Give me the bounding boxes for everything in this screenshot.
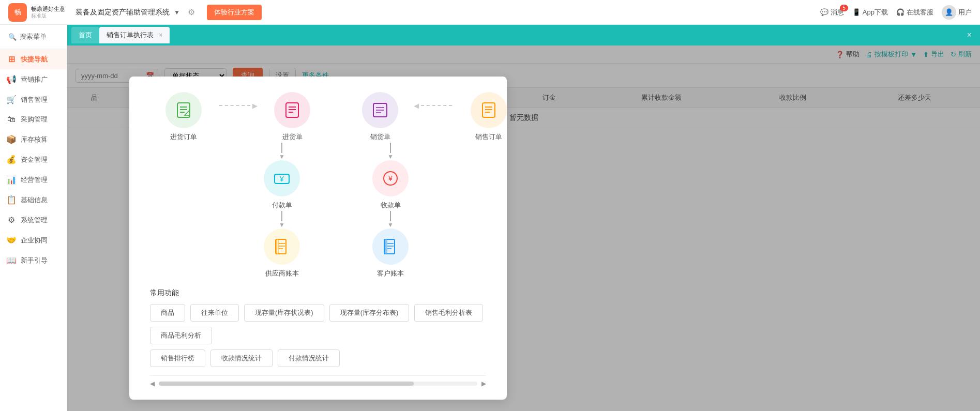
user-menu[interactable]: 👤 用户 xyxy=(942,5,972,20)
headset-icon: 🎧 xyxy=(896,8,904,16)
logo-text: 畅康通好生意 标准版 xyxy=(31,5,65,19)
system-icon: ⚙ xyxy=(6,215,17,225)
tab-close-btn[interactable]: × xyxy=(159,32,162,39)
sidebar-item-finance[interactable]: 💰 资金管理 xyxy=(0,149,67,170)
common-buttons: 商品 往来单位 现存量(库存状况表) 现存量(库存分布表) 销售毛利分析表 商品… xyxy=(150,304,486,344)
purchase-icon: 🛍 xyxy=(6,115,17,124)
flow-item-purchase-bill[interactable]: 进货单 xyxy=(259,92,326,142)
system-title: 装备及固定资产辅助管理系统 ▼ ⚙ 体验行业方案 xyxy=(76,5,820,20)
finance-icon: 💰 xyxy=(6,155,17,164)
flow-item-sales-order[interactable]: 销售订单 xyxy=(455,92,522,142)
operations-icon: 📊 xyxy=(6,175,17,185)
sidebar-item-marketing[interactable]: 📢 营销推广 xyxy=(0,69,67,89)
common-btn-product[interactable]: 商品 xyxy=(150,304,185,322)
top-bar: 畅 畅康通好生意 标准版 装备及固定资产辅助管理系统 ▼ ⚙ 体验行业方案 💬 … xyxy=(0,0,980,25)
payment-bill-circle: ¥ xyxy=(264,160,300,196)
receipt-bill-label: 收款单 xyxy=(381,201,401,210)
common-btn-product-margin[interactable]: 商品毛利分析 xyxy=(150,327,212,344)
scroll-track xyxy=(159,382,477,386)
corp-icon: 🤝 xyxy=(6,235,17,245)
app-download-btn[interactable]: 📱 App下载 xyxy=(852,8,888,17)
common-buttons-row2: 销售排行榜 收款情况统计 付款情况统计 xyxy=(150,349,486,367)
tab-bar-close-all[interactable]: × xyxy=(963,31,976,40)
guide-icon: 📖 xyxy=(6,255,17,265)
settings-icon-btn[interactable]: ⚙ xyxy=(184,5,199,20)
payment-bill-label: 付款单 xyxy=(272,201,292,210)
sidebar-item-corp[interactable]: 🤝 企业协同 xyxy=(0,230,67,250)
trial-btn[interactable]: 体验行业方案 xyxy=(207,5,262,20)
common-btn-sales-margin[interactable]: 销售毛利分析表 xyxy=(414,304,483,322)
message-badge: 5 xyxy=(840,5,848,11)
online-service-btn[interactable]: 🎧 在线客服 xyxy=(896,8,933,17)
customer-ledger-circle xyxy=(372,229,409,265)
tab-bar: 首页 销售订单执行表 × × xyxy=(67,25,980,45)
sidebar-item-quick-nav[interactable]: ⊞ 快捷导航 xyxy=(0,49,67,69)
common-btn-stock-dist[interactable]: 现存量(库存分布表) xyxy=(329,304,410,322)
customer-ledger-label: 客户账本 xyxy=(377,269,404,278)
purchase-bill-label: 进货单 xyxy=(282,132,303,142)
sidebar-item-sales[interactable]: 🛒 销售管理 xyxy=(0,89,67,110)
flow-item-receipt-bill[interactable]: ¥ 收款单 xyxy=(357,160,424,210)
flow-item-customer-ledger[interactable]: 客户账本 xyxy=(357,229,424,278)
scroll-thumb xyxy=(159,382,414,386)
common-btn-receipt-stats[interactable]: 收款情况统计 xyxy=(210,349,273,367)
quick-nav-icon: ⊞ xyxy=(6,54,17,64)
message-icon: 💬 xyxy=(820,8,828,16)
purchase-order-label: 进货订单 xyxy=(170,132,197,142)
common-btn-stock-status[interactable]: 现存量(库存状况表) xyxy=(244,304,324,322)
top-right: 💬 消息 5 📱 App下载 🎧 在线客服 👤 用户 xyxy=(820,5,972,20)
sales-icon: 🛒 xyxy=(6,95,17,104)
svg-text:¥: ¥ xyxy=(388,174,393,182)
sidebar-search: 🔍 搜索菜单 xyxy=(0,25,67,49)
inventory-icon: 📦 xyxy=(6,134,17,144)
tab-home[interactable]: 首页 xyxy=(71,27,99,43)
supplier-ledger-circle xyxy=(264,229,300,265)
popup-scrollbar: ◀ ▶ xyxy=(150,375,486,387)
sidebar-item-basic[interactable]: 📋 基础信息 xyxy=(0,190,67,210)
search-menu-btn[interactable]: 🔍 搜索菜单 xyxy=(4,30,63,43)
common-btn-sales-ranking[interactable]: 销售排行榜 xyxy=(150,349,205,367)
basic-icon: 📋 xyxy=(6,195,17,205)
arrow-purchase-order-to-bill: ▶ xyxy=(217,102,259,121)
system-name: 装备及固定资产辅助管理系统 xyxy=(76,8,170,17)
tab-sales-order[interactable]: 销售订单执行表 × xyxy=(99,27,170,43)
svg-rect-21 xyxy=(277,239,278,254)
sidebar-item-guide[interactable]: 📖 新手引导 xyxy=(0,250,67,270)
search-icon: 🔍 xyxy=(8,33,17,41)
app-logo: 畅 xyxy=(8,3,27,22)
common-section: 常用功能 商品 往来单位 现存量(库存状况表) 现存量(库存分布表) 销售毛利分… xyxy=(150,288,486,367)
sidebar: 🔍 搜索菜单 ⊞ 快捷导航 📢 营销推广 🛒 销售管理 🛍 采购管理 xyxy=(0,25,67,411)
svg-text:¥: ¥ xyxy=(279,175,284,183)
mobile-icon: 📱 xyxy=(852,8,861,16)
receipt-bill-circle: ¥ xyxy=(372,160,409,196)
flow-item-supplier-ledger[interactable]: 供应商账本 xyxy=(248,229,315,278)
scroll-left-btn[interactable]: ◀ xyxy=(150,380,155,387)
user-avatar: 👤 xyxy=(942,5,956,20)
system-dropdown-btn[interactable]: ▼ xyxy=(174,9,180,16)
sales-bill-circle xyxy=(362,92,398,128)
message-btn[interactable]: 💬 消息 5 xyxy=(820,8,844,17)
flow-item-sales-bill[interactable]: 销货单 xyxy=(346,92,414,142)
sidebar-item-inventory[interactable]: 📦 库存核算 xyxy=(0,129,67,149)
sidebar-item-system[interactable]: ⚙ 系统管理 xyxy=(0,210,67,230)
sidebar-item-operations[interactable]: 📊 经营管理 xyxy=(0,170,67,190)
flow-section: 进货订单 ▶ 进货单 xyxy=(150,92,486,278)
sales-bill-label: 销货单 xyxy=(370,132,390,142)
content-area: 首页 销售订单执行表 × × ❓ 帮助 xyxy=(67,25,980,411)
svg-rect-26 xyxy=(385,239,387,254)
sales-order-label: 销售订单 xyxy=(475,132,502,142)
supplier-ledger-label: 供应商账本 xyxy=(265,269,299,278)
common-btn-payment-stats[interactable]: 付款情况统计 xyxy=(278,349,340,367)
common-btn-counterparty[interactable]: 往来单位 xyxy=(190,304,239,322)
flow-item-payment-bill[interactable]: ¥ 付款单 xyxy=(248,160,315,210)
marketing-icon: 📢 xyxy=(6,74,17,84)
main-area: 🔍 搜索菜单 ⊞ 快捷导航 📢 营销推广 🛒 销售管理 🛍 采购管理 xyxy=(0,25,980,411)
scroll-right-btn[interactable]: ▶ xyxy=(481,380,486,387)
common-title: 常用功能 xyxy=(150,288,486,298)
purchase-bill-circle xyxy=(274,92,310,128)
popup-card: 进货订单 ▶ 进货单 xyxy=(129,77,507,400)
purchase-order-circle xyxy=(165,92,202,128)
sidebar-item-purchase[interactable]: 🛍 采购管理 xyxy=(0,110,67,129)
flow-item-purchase-order[interactable]: 进货订单 xyxy=(150,92,217,142)
arrow-sales-order-to-bill: ◀ xyxy=(414,102,455,121)
